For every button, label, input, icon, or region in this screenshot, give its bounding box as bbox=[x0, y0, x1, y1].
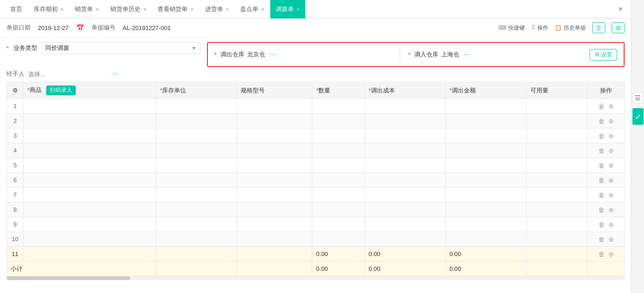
row-available-10[interactable] bbox=[526, 232, 587, 247]
delete-icon-7[interactable]: 🗑 bbox=[598, 191, 605, 199]
delete-icon-4[interactable]: 🗑 bbox=[598, 147, 605, 154]
row-spec-9[interactable] bbox=[237, 217, 312, 232]
copy-icon-2[interactable]: ⊕ bbox=[608, 117, 614, 125]
copy-icon-1[interactable]: ⊕ bbox=[608, 103, 614, 110]
row-unit-2[interactable] bbox=[156, 114, 237, 128]
copy-icon-8[interactable]: ⊕ bbox=[608, 206, 614, 214]
copy-icon-9[interactable]: ⊕ bbox=[608, 221, 614, 228]
row-amount-4[interactable] bbox=[445, 143, 526, 158]
wh-in-more-btn[interactable]: ··· bbox=[462, 50, 472, 59]
tab-close-sales-history[interactable]: × bbox=[143, 6, 146, 12]
row-available-8[interactable] bbox=[526, 202, 587, 217]
tab-inventory-init[interactable]: 库存期初 × bbox=[28, 0, 69, 18]
copy-icon-3[interactable]: ⊕ bbox=[608, 132, 614, 140]
row-amount-1[interactable] bbox=[445, 99, 526, 114]
copy-icon-7[interactable]: ⊕ bbox=[608, 191, 614, 199]
row-product-3[interactable] bbox=[24, 128, 156, 143]
grid-split-btn[interactable]: ⊞ bbox=[612, 22, 625, 33]
copy-icon-5[interactable]: ⊕ bbox=[608, 162, 614, 169]
tab-close-inventory-init[interactable]: × bbox=[61, 6, 63, 12]
tab-sales-order[interactable]: 销货单 × bbox=[69, 0, 104, 18]
copy-icon-10[interactable]: ⊕ bbox=[608, 236, 614, 243]
row-quantity-8[interactable] bbox=[312, 202, 365, 217]
sidebar-expand-btn[interactable]: ⤢ bbox=[632, 108, 644, 125]
row-available-7[interactable] bbox=[526, 188, 587, 202]
tab-close-sales-order[interactable]: × bbox=[96, 6, 98, 12]
row-spec-4[interactable] bbox=[237, 143, 312, 158]
delete-icon-1[interactable]: 🗑 bbox=[598, 103, 605, 110]
tab-inventory-check[interactable]: 盘点单 × bbox=[235, 0, 270, 18]
row-available-6[interactable] bbox=[526, 173, 587, 188]
row-cost-5[interactable] bbox=[365, 158, 445, 173]
delete-icon-3[interactable]: 🗑 bbox=[598, 132, 605, 140]
th-gear[interactable]: ⚙ bbox=[7, 82, 24, 99]
row-available-4[interactable] bbox=[526, 143, 587, 158]
settings-button[interactable]: ⚙ 设置 bbox=[589, 49, 617, 61]
row-product-5[interactable] bbox=[24, 158, 156, 173]
row-quantity-9[interactable] bbox=[312, 217, 365, 232]
delete-icon-5[interactable]: 🗑 bbox=[598, 162, 605, 169]
tab-sales-history[interactable]: 销货单历史 × bbox=[105, 0, 152, 18]
row-unit-7[interactable] bbox=[156, 188, 237, 202]
row-available-2[interactable] bbox=[526, 114, 587, 128]
scroll-bar[interactable] bbox=[6, 276, 625, 280]
tab-close-inventory-check[interactable]: × bbox=[261, 6, 264, 12]
date-value[interactable]: 2019-12-27 bbox=[38, 24, 69, 31]
delete-icon-6[interactable]: 🗑 bbox=[598, 177, 605, 184]
row-amount-5[interactable] bbox=[445, 158, 526, 173]
row-unit-9[interactable] bbox=[156, 217, 237, 232]
subtotal-copy-icon[interactable]: ⊕ bbox=[608, 250, 614, 258]
row-unit-5[interactable] bbox=[156, 158, 237, 173]
row-unit-8[interactable] bbox=[156, 202, 237, 217]
row-cost-6[interactable] bbox=[365, 173, 445, 188]
row-amount-9[interactable] bbox=[445, 217, 526, 232]
row-amount-3[interactable] bbox=[445, 128, 526, 143]
window-close-button[interactable]: × bbox=[615, 5, 626, 13]
row-product-1[interactable] bbox=[24, 99, 156, 114]
handler-input[interactable] bbox=[28, 71, 106, 78]
row-spec-8[interactable] bbox=[237, 202, 312, 217]
row-cost-1[interactable] bbox=[365, 99, 445, 114]
operate-btn[interactable]: ⠿ 操作 bbox=[531, 24, 548, 32]
row-unit-6[interactable] bbox=[156, 173, 237, 188]
row-available-5[interactable] bbox=[526, 158, 587, 173]
delete-icon-8[interactable]: 🗑 bbox=[598, 206, 605, 214]
row-quantity-6[interactable] bbox=[312, 173, 365, 188]
row-cost-9[interactable] bbox=[365, 217, 445, 232]
shortcut-btn[interactable]: ⌨ 快捷键 bbox=[498, 24, 525, 32]
row-product-2[interactable] bbox=[24, 114, 156, 128]
row-cost-3[interactable] bbox=[365, 128, 445, 143]
copy-icon-6[interactable]: ⊕ bbox=[608, 177, 614, 184]
row-unit-3[interactable] bbox=[156, 128, 237, 143]
row-spec-6[interactable] bbox=[237, 173, 312, 188]
delete-icon-10[interactable]: 🗑 bbox=[598, 236, 605, 243]
row-available-1[interactable] bbox=[526, 99, 587, 114]
row-cost-7[interactable] bbox=[365, 188, 445, 202]
sidebar-list-icon[interactable]: ☰ bbox=[632, 92, 644, 104]
grid-view-btn[interactable]: ☰ bbox=[592, 22, 605, 33]
tab-transfer[interactable]: 调拨单 × bbox=[270, 0, 305, 18]
row-spec-5[interactable] bbox=[237, 158, 312, 173]
row-cost-10[interactable] bbox=[365, 232, 445, 247]
copy-icon-4[interactable]: ⊕ bbox=[608, 147, 614, 154]
row-product-9[interactable] bbox=[24, 217, 156, 232]
row-spec-2[interactable] bbox=[237, 114, 312, 128]
row-unit-4[interactable] bbox=[156, 143, 237, 158]
tab-close-view-sales[interactable]: × bbox=[190, 6, 193, 12]
row-unit-10[interactable] bbox=[156, 232, 237, 247]
row-amount-10[interactable] bbox=[445, 232, 526, 247]
row-quantity-3[interactable] bbox=[312, 128, 365, 143]
scan-btn[interactable]: 扫码录入 bbox=[46, 85, 76, 95]
row-amount-7[interactable] bbox=[445, 188, 526, 202]
row-quantity-10[interactable] bbox=[312, 232, 365, 247]
row-product-6[interactable] bbox=[24, 173, 156, 188]
row-amount-2[interactable] bbox=[445, 114, 526, 128]
row-quantity-2[interactable] bbox=[312, 114, 365, 128]
row-product-7[interactable] bbox=[24, 188, 156, 202]
subtotal-delete-icon[interactable]: 🗑 bbox=[598, 250, 605, 258]
row-amount-6[interactable] bbox=[445, 173, 526, 188]
row-product-4[interactable] bbox=[24, 143, 156, 158]
row-spec-10[interactable] bbox=[237, 232, 312, 247]
row-amount-8[interactable] bbox=[445, 202, 526, 217]
row-available-3[interactable] bbox=[526, 128, 587, 143]
